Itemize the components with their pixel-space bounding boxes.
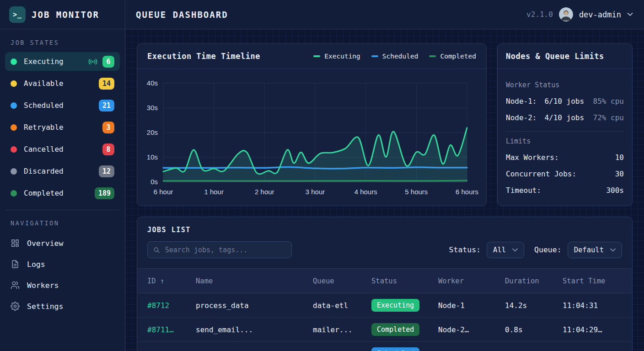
state-dot-icon [11,102,17,109]
state-label: Completed [24,189,95,197]
job-id-link[interactable]: #8711… [147,325,196,334]
limit-value: 300s [606,186,624,195]
svg-text:0s: 0s [150,178,158,186]
gear-icon [11,302,20,311]
job-queue: data-etl [313,301,371,310]
nav-item-workers[interactable]: Workers [5,275,120,296]
queue-filter-label: Queue: [534,245,562,254]
state-dot-icon [11,80,17,87]
job-states-title: JOB STATES [11,39,120,46]
brand: >_ JOB MONITOR [0,0,125,29]
limit-label: Max Workers: [506,153,559,162]
limit-row: Timeout: 300s [506,186,624,195]
sidebar-state-item[interactable]: Cancelled 8 [5,140,120,159]
worker-cpu: 72% cpu [593,113,624,122]
table-row[interactable]: #8712 process_data data-etl Executing No… [137,293,632,318]
avatar[interactable] [559,7,573,21]
nav-label: Settings [27,302,63,311]
status-filter-select[interactable]: All [487,242,524,258]
sidebar-state-item[interactable]: Scheduled 21 [5,96,120,115]
state-dot-icon [11,146,17,153]
users-icon [11,281,20,290]
sidebar-divider [5,210,119,210]
svg-text:6 hours: 6 hours [456,188,478,196]
column-header[interactable]: Duration [505,277,563,285]
state-label: Scheduled [24,101,99,110]
sidebar-state-item[interactable]: Executing 6 [5,52,120,71]
grid-icon [11,239,20,248]
table-row[interactable]: #8711… send_email... mailer... Completed… [137,318,632,342]
sidebar-state-item[interactable]: Available 14 [5,74,120,93]
limit-label: Concurrent Jobs: [506,170,576,178]
column-header[interactable]: Queue [313,277,371,285]
status-filter-label: Status: [449,245,481,254]
worker-cpu: 85% cpu [593,97,624,106]
sidebar-state-item[interactable]: Discarded 12 [5,162,120,181]
limit-label: Timeout: [506,186,541,195]
nav-item-settings[interactable]: Settings [5,296,120,317]
sidebar-state-item[interactable]: Retryable 3 [5,118,120,137]
svg-text:20s: 20s [147,128,158,136]
limit-row: Max Workers: 10 [506,153,624,162]
top-bar: >_ JOB MONITOR QUEUE DASHBOARD v2.1.0 de… [0,0,644,29]
chevron-down-icon [512,248,518,252]
state-label: Retryable [24,123,102,132]
search-box[interactable] [147,241,292,258]
state-count-badge: 14 [99,78,114,90]
worker-node: Node-2: [506,113,537,122]
sidebar: JOB STATES Executing 6 Available 14 Sche… [0,29,125,351]
state-dot-icon [11,124,17,131]
job-duration: 0.8s [505,325,563,334]
job-start-time: 11:04:29 [563,350,632,351]
column-header[interactable]: Worker [438,277,505,285]
legend-label: Executing [324,53,360,60]
jobs-panel: JOBS LIST Status: All Queue: Default [137,217,633,351]
search-input[interactable] [164,245,286,255]
svg-text:6 hour: 6 hour [154,188,173,196]
job-id-link[interactable]: #8712 [147,301,196,310]
nav-label: Logs [27,260,45,269]
svg-text:3 hour: 3 hour [306,188,325,196]
job-name: send_email... [196,325,313,334]
job-start-time: 11:04:31 [563,301,632,310]
limit-row: Concurrent Jobs: 30 [506,170,624,178]
nav-label: Workers [27,281,59,290]
nav-item-logs[interactable]: Logs [5,254,120,275]
chevron-down-icon[interactable] [627,12,633,16]
column-header[interactable]: ID ↑ [147,277,196,285]
queue-filter-select[interactable]: Default [568,242,622,258]
legend-swatch-icon [429,55,436,57]
state-label: Available [24,79,99,88]
nav-label: Overview [27,239,63,248]
state-label: Discarded [24,167,99,176]
chart-legend: Executing Scheduled Completed [313,53,476,60]
worker-node: Node-1: [506,97,537,106]
state-dot-icon [11,168,17,175]
column-header[interactable]: Name [196,277,313,285]
worker-jobs: 6/10 jobs [544,97,584,106]
version-label: v2.1.0 [526,10,553,19]
document-icon [11,260,20,269]
timeline-chart: 0s10s20s30s40s6 hour1 hour2 hour3 hour4 … [143,69,482,206]
state-count-badge: 12 [99,165,114,177]
legend-item: Executing [313,53,360,60]
chevron-down-icon [610,248,616,252]
job-name: process_data [196,301,313,310]
job-worker: Node-2… [438,325,505,334]
svg-text:40s: 40s [147,79,158,87]
column-header[interactable]: Status [371,277,438,285]
limit-value: 30 [615,170,624,178]
jobs-list-title: JOBS LIST [137,217,632,234]
legend-swatch-icon [371,55,378,57]
job-id-link[interactable]: #8710 [147,350,196,351]
nav-item-overview[interactable]: Overview [5,233,120,254]
status-badge: Executing [371,299,419,312]
table-row[interactable]: #8710 process_data mailer Scheduled Node… [137,342,632,351]
status-badge: Scheduled [371,347,419,351]
svg-text:1 hour: 1 hour [204,188,224,196]
nodes-divider [506,131,624,132]
worker-jobs: 4/10 jobs [544,113,584,122]
username[interactable]: dev-admin [579,10,621,19]
sidebar-state-item[interactable]: Completed 189 [5,184,120,202]
column-header[interactable]: Start Time [563,277,632,285]
